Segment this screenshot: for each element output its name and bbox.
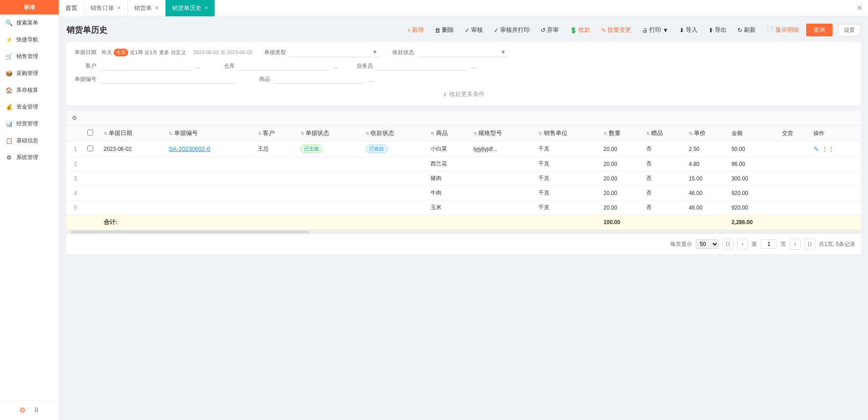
export-button[interactable]: ⬆ 导出 [705,24,730,36]
tab-home[interactable]: 首页 [59,0,84,16]
col-doc-status[interactable]: ⇅ 单据状态 [298,125,363,141]
abandon-icon: ↺ [541,27,546,34]
review-button[interactable]: ✓ 审核 [461,24,487,36]
col-doc-no-sort-icon: ⇅ [169,131,172,136]
import-button[interactable]: ⬇ 导入 [676,24,701,36]
next-page-button[interactable]: › [790,239,801,250]
new-button[interactable]: + 新增 [404,24,428,36]
col-unit-sort-icon: ⇅ [538,131,542,136]
customer-input[interactable] [100,62,191,70]
current-page-input[interactable] [761,240,777,249]
col-checkbox [85,125,101,141]
payment-status-badge: 已收款 [366,145,388,153]
sidebar-item-finance[interactable]: 💰 资金管理 [0,99,59,115]
sidebar-collapse-icon[interactable]: ⏸ [33,406,40,415]
col-spec[interactable]: ⇅ 规格型号 [471,125,536,141]
tab-sales-history-label: 销货单历史 [172,4,201,12]
filter-panel: 单据日期 昨天 今天 近1周 近1月 更多 自定义 2023-06-02 至 2… [66,42,861,105]
col-customer[interactable]: ⇅ 客户 [255,125,298,141]
sidebar-item-quick-nav[interactable]: ⚡ 快捷导航 [0,31,59,48]
col-unit[interactable]: ⇅ 销售单位 [536,125,601,141]
select-all-checkbox[interactable] [87,130,93,135]
shortcut-last7[interactable]: 近1周 [130,49,143,56]
col-price[interactable]: ⇅ 单价 [686,125,729,141]
more-icon[interactable]: ⋮⋮ [822,145,834,153]
goods-input[interactable] [274,75,365,84]
first-page-button[interactable]: ⟨⟨ [722,239,733,250]
col-goods-label: 商品 [436,130,448,136]
tab-sales-goods-close[interactable]: ✕ [155,5,159,11]
sidebar-item-sales[interactable]: 🛒 销售管理 [0,48,59,65]
row-gift: 否 [643,186,686,200]
delete-button[interactable]: 🗑 删除 [431,24,457,36]
data-table: ⇅ 单据日期 ⇅ 单据编号 ⇅ 客户 ⇅ 单据状 [66,125,861,230]
customer-search-icon[interactable]: … [195,63,201,70]
tab-sales-order-close[interactable]: ✕ [117,5,121,11]
batch-change-button[interactable]: ✎ 批量变更 [597,24,635,36]
row-customer [255,157,298,171]
sidebar-item-inventory[interactable]: 🏠 库存核算 [0,82,59,99]
prev-page-button[interactable]: ‹ [737,239,748,250]
refresh-button[interactable]: ↻ 刷新 [734,24,759,36]
page-size-select[interactable]: 50 100 200 [696,239,719,249]
horizontal-scrollbar[interactable] [66,230,861,234]
row-doc-status [298,186,363,200]
row-action [811,157,861,171]
sales-icon: 🛒 [5,53,13,60]
tab-sales-order[interactable]: 销售订单 ✕ [84,0,128,16]
warehouse-input[interactable] [238,62,329,70]
shortcut-last1m[interactable]: 近1月 [145,49,157,56]
finance-icon: 💰 [5,104,13,111]
review-print-button[interactable]: ✓ 审核并打印 [490,24,533,36]
row-doc-no [166,186,255,200]
row-spec [471,157,536,171]
sidebar-item-operations[interactable]: 📊 经营管理 [0,115,59,132]
table-settings-icon[interactable]: ⚙ [72,115,77,121]
abandon-button[interactable]: ↺ 弃审 [537,24,562,36]
query-button[interactable]: 查询 [806,24,833,36]
col-date[interactable]: ⇅ 单据日期 [101,125,166,141]
sidebar-item-search-menu[interactable]: 🔍 搜索菜单 [0,15,59,31]
col-gift[interactable]: ⇅ 赠品 [643,125,686,141]
tab-sales-history-close[interactable]: ✕ [204,5,208,11]
doc-type-select[interactable]: ▼ [290,47,381,57]
staff-input[interactable] [376,62,467,70]
doc-no-link[interactable]: SA-20230602-0 [169,145,210,152]
payment-status-label: 收款状态 [391,49,414,56]
setting-button[interactable]: 设置 [838,24,861,36]
col-qty-label: 数量 [609,130,621,136]
payment-status-select[interactable]: ▼ [418,47,509,57]
sidebar-settings-icon[interactable]: ⚙ [19,406,25,415]
tab-sales-history[interactable]: 销货单历史 ✕ [166,0,215,16]
row-payment-status [363,186,428,200]
row-doc-no [166,171,255,186]
shortcut-custom[interactable]: 自定义 [171,49,186,56]
staff-search-icon[interactable]: … [471,63,477,70]
sidebar-label-system: 系统管理 [16,154,38,161]
last-page-button[interactable]: ⟩⟩ [804,239,815,250]
tab-sales-goods[interactable]: 销货单 ✕ [128,0,166,16]
col-qty[interactable]: ⇅ 数量 [601,125,643,141]
print-button[interactable]: 🖨 打印 ▼ [638,24,672,36]
sidebar-item-basic-info[interactable]: 📋 基础信息 [0,132,59,149]
row-select-checkbox[interactable] [87,145,93,151]
shortcut-yesterday[interactable]: 昨天 [102,49,112,56]
collapse-button[interactable]: ∧ 收起更多条件 [443,90,485,98]
shortcut-today[interactable]: 今天 [114,49,128,56]
goods-search-icon[interactable]: … [368,76,375,83]
show-detail-button[interactable]: 📄 显示明细 [763,24,803,36]
sidebar-item-system[interactable]: ⚙ 系统管理 [0,149,59,166]
warehouse-search-icon[interactable]: … [333,63,339,70]
shortcut-more[interactable]: 更多 [159,49,169,56]
collect-button[interactable]: 💲 收款 [566,24,594,36]
doc-no-input[interactable] [100,75,236,84]
close-all-button[interactable]: ✕ [851,4,868,12]
row-spec [471,171,536,186]
row-qty: 20.00 [601,200,643,215]
edit-icon[interactable]: ✎ [813,145,819,153]
collapse-arrow-icon: ∧ [443,91,447,98]
col-goods[interactable]: ⇅ 商品 [428,125,471,141]
col-doc-no[interactable]: ⇅ 单据编号 [166,125,255,141]
col-payment-status[interactable]: ⇅ 收款状态 [363,125,428,141]
sidebar-item-purchase[interactable]: 📦 采购管理 [0,65,59,82]
